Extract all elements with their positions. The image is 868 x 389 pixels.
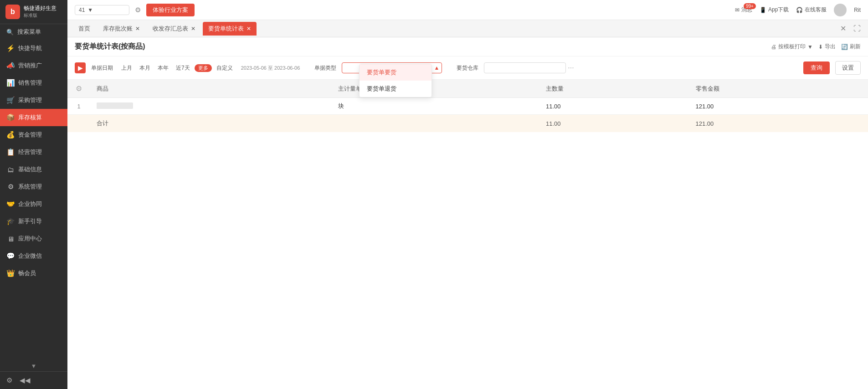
sidebar-bottom: ⚙ ◀◀ — [0, 371, 67, 389]
date-this-year-button[interactable]: 本年 — [155, 63, 171, 73]
filter-settings-button[interactable]: 设置 — [835, 61, 861, 75]
page-title: 要货单统计表(按商品) — [75, 42, 145, 51]
page-header-actions: 🖨 按模板打印 ▼ ⬇ 导出 🔄 刷新 — [771, 43, 861, 51]
data-table: ⚙ 商品 主计量单位 主数量 零售金额 1 块 11.00 — [67, 80, 868, 132]
topbar: 41 ▼ ⚙ 体验行业方案 ✉ 消息 99+ 📱 App下载 🎧 在线客服 Ri… — [67, 0, 868, 20]
headset-icon: 🎧 — [796, 7, 803, 13]
tab-maximize-button[interactable]: ⛶ — [852, 24, 863, 34]
warehouse-input-wrap: ··· — [484, 62, 574, 73]
tabs-bar: 首页 库存批次账 ✕ 收发存汇总表 ✕ 要货单统计表 ✕ ✕ ⛶ — [67, 20, 868, 37]
tab-inventory-batch[interactable]: 库存批次账 ✕ — [98, 22, 145, 36]
inventory-icon: 📦 — [6, 113, 15, 122]
sidebar-item-label: 经营管理 — [18, 148, 42, 156]
sidebar-item-appstore[interactable]: 🖥应用中心 — [0, 230, 67, 247]
sidebar-nav: ⚡快捷导航📣营销推广📊销售管理🛒采购管理📦库存核算💰资金管理📋经营管理🗂基础信息… — [0, 40, 67, 361]
date-this-month-button[interactable]: 本月 — [137, 63, 153, 73]
cell-unit: 块 — [332, 98, 539, 115]
tab-close-recv-send[interactable]: ✕ — [191, 26, 195, 32]
sidebar-item-label: 系统管理 — [18, 183, 42, 191]
filter-expand-button[interactable]: ▶ — [75, 62, 86, 73]
online-service-button[interactable]: 🎧 在线客服 — [796, 6, 827, 14]
col-goods: 商品 — [90, 80, 332, 98]
date-more-button[interactable]: 更多 — [195, 64, 212, 72]
sidebar-search-label: 搜索菜单 — [17, 28, 41, 36]
sidebar-logo: b 畅捷通好生意 标准版 — [0, 0, 67, 24]
messages-button[interactable]: ✉ 消息 99+ — [735, 6, 752, 14]
tabs-right-actions: ✕ ⛶ — [838, 23, 863, 34]
sidebar-item-cooperation[interactable]: 🤝企业协同 — [0, 195, 67, 213]
print-button[interactable]: 🖨 按模板打印 ▼ — [771, 43, 813, 51]
app-download-button[interactable]: 📱 App下载 — [760, 6, 789, 14]
type-dropdown-arrow-icon[interactable]: ▲ — [434, 65, 439, 71]
sidebar-item-quick-nav[interactable]: ⚡快捷导航 — [0, 40, 67, 57]
col-settings[interactable]: ⚙ — [67, 80, 90, 98]
tab-close-all-button[interactable]: ✕ — [838, 23, 848, 34]
sidebar-item-member[interactable]: 👑畅会员 — [0, 265, 67, 282]
sidebar-item-guide[interactable]: 🎓新手引导 — [0, 213, 67, 230]
date-last-month-button[interactable]: 上月 — [118, 63, 135, 73]
refresh-icon: 🔄 — [841, 44, 848, 50]
warehouse-more-icon[interactable]: ··· — [568, 64, 574, 72]
export-button[interactable]: ⬇ 导出 — [818, 43, 836, 51]
sidebar-item-purchase[interactable]: 🛒采购管理 — [0, 92, 67, 109]
sidebar-item-sales[interactable]: 📊销售管理 — [0, 74, 67, 92]
sidebar-item-label: 畅会员 — [18, 269, 36, 277]
refresh-button[interactable]: 🔄 刷新 — [841, 43, 861, 51]
type-label: 单据类型 — [314, 64, 336, 72]
table-wrap: ⚙ 商品 主计量单位 主数量 零售金额 1 块 11.00 — [67, 80, 868, 132]
sidebar-item-finance[interactable]: 💰资金管理 — [0, 126, 67, 143]
finance-icon: 💰 — [6, 131, 15, 139]
sidebar-item-label: 营销推广 — [18, 61, 42, 70]
footer-label: 合计 — [90, 115, 332, 133]
sales-icon: 📊 — [6, 79, 15, 87]
sidebar-item-wechat[interactable]: 💬企业微信 — [0, 247, 67, 265]
tab-home[interactable]: 首页 — [73, 22, 96, 36]
tab-recv-send[interactable]: 收发存汇总表 ✕ — [147, 22, 201, 36]
query-button[interactable]: 查询 — [803, 61, 830, 74]
print-icon: 🖨 — [771, 44, 776, 50]
logo-sub: 标准版 — [24, 12, 56, 19]
company-selector[interactable]: 41 ▼ — [75, 5, 129, 15]
sidebar-item-system[interactable]: ⚙系统管理 — [0, 178, 67, 195]
trial-button[interactable]: 体验行业方案 — [146, 4, 195, 16]
settings-bottom-icon[interactable]: ⚙ — [6, 376, 12, 384]
tab-close-requisition-stat[interactable]: ✕ — [247, 26, 251, 32]
dropdown-item-requisition-return[interactable]: 要货单退货 — [360, 81, 431, 97]
goods-placeholder — [97, 102, 133, 109]
sidebar-item-inventory[interactable]: 📦库存核算 — [0, 109, 67, 126]
sidebar-item-label: 资金管理 — [18, 131, 42, 139]
filter-bar: ▶ 单据日期 上月 本月 本年 近7天 更多 自定义 2023-05-06 至 … — [67, 56, 868, 80]
appstore-icon: 🖥 — [6, 235, 15, 243]
sidebar-item-label: 应用中心 — [18, 235, 42, 243]
sidebar-item-label: 快捷导航 — [18, 44, 42, 52]
col-amount: 零售金额 — [689, 80, 868, 98]
date-custom-button[interactable]: 自定义 — [214, 63, 236, 73]
date-last-7days-button[interactable]: 近7天 — [173, 63, 193, 73]
date-range-display: 2023-05-06 至 2023-06-06 — [241, 65, 300, 72]
warehouse-input[interactable] — [484, 62, 566, 73]
sidebar-item-label: 采购管理 — [18, 96, 42, 104]
tab-requisition-stat[interactable]: 要货单统计表 ✕ — [203, 22, 257, 36]
basic-icon: 🗂 — [6, 166, 15, 174]
table-footer-row: 合计 11.00 121.00 — [67, 115, 868, 133]
column-settings-icon[interactable]: ⚙ — [76, 85, 82, 92]
sidebar-search[interactable]: 🔍 搜索菜单 — [0, 24, 67, 40]
topbar-gear-icon[interactable]: ⚙ — [135, 6, 141, 14]
collapse-icon[interactable]: ◀◀ — [20, 376, 31, 384]
marketing-icon: 📣 — [6, 61, 15, 70]
sidebar-item-label: 新手引导 — [18, 217, 42, 225]
message-icon: ✉ — [735, 7, 740, 13]
sidebar-item-marketing[interactable]: 📣营销推广 — [0, 57, 67, 74]
company-selector-text: 41 — [79, 7, 85, 13]
sidebar-scroll-down[interactable]: ▼ — [0, 361, 67, 371]
type-dropdown: 要货单要货 要货单退货 — [359, 64, 432, 97]
tab-close-inventory-batch[interactable]: ✕ — [135, 26, 140, 32]
footer-qty: 11.00 — [539, 115, 689, 133]
sidebar-item-operations[interactable]: 📋经营管理 — [0, 143, 67, 161]
sidebar-item-basic[interactable]: 🗂基础信息 — [0, 161, 67, 178]
phone-icon: 📱 — [760, 7, 766, 13]
user-avatar[interactable] — [834, 4, 847, 16]
logo-icon: b — [5, 5, 20, 19]
sidebar-item-label: 企业微信 — [18, 252, 42, 260]
dropdown-item-requisition-order[interactable]: 要货单要货 — [360, 64, 431, 81]
